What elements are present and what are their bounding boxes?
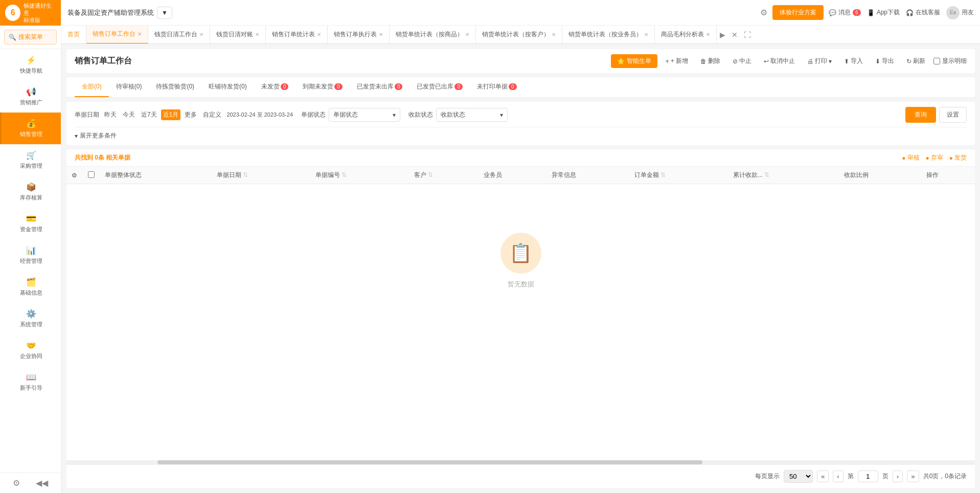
user-menu-button[interactable]: Ea 用友	[946, 6, 974, 19]
system-dropdown-button[interactable]: ▼	[157, 7, 172, 19]
ship-action-button[interactable]: ● 发货	[949, 153, 967, 162]
topbar-gear-button[interactable]: ⚙	[760, 8, 767, 17]
sidebar-item-guide[interactable]: 📖 新手引导	[0, 366, 61, 398]
select-all-checkbox[interactable]	[88, 171, 95, 178]
status-select[interactable]: 单据状态 ▾	[329, 108, 400, 122]
tab-sales-workbench[interactable]: 销售订单工作台 ✕	[86, 26, 148, 44]
refresh-button[interactable]: ↻ 刷新	[902, 55, 929, 68]
date-opt-more[interactable]: 更多	[183, 109, 199, 120]
tab-close-cash-reconcile[interactable]: ✕	[255, 32, 259, 37]
message-button[interactable]: 💬 消息 6	[829, 8, 861, 17]
sub-tab-unshipped[interactable]: 未发货0	[254, 77, 296, 97]
data-table: ⚙ 单据整体状态 单据日期 ⇅	[66, 167, 975, 184]
collapse-button[interactable]: ◀◀	[36, 478, 48, 488]
search-menu-button[interactable]: 🔍 搜索菜单	[4, 30, 57, 44]
horizontal-scrollbar[interactable]	[66, 460, 975, 464]
print-button[interactable]: 🖨 打印 ▾	[803, 55, 836, 68]
sidebar-item-marketing[interactable]: 📢 营销推广	[0, 81, 61, 113]
sidebar-item-system[interactable]: ⚙️ 系统管理	[0, 303, 61, 334]
stop-button[interactable]: ⊘ 中止	[728, 55, 756, 68]
tab-sales-sum-customer[interactable]: 销货单统计表（按客户） ✕	[476, 26, 562, 44]
print-dropdown-icon: ▾	[829, 58, 832, 65]
sub-tab-unprinted[interactable]: 未打印单据0	[470, 77, 524, 97]
date-opt-yesterday[interactable]: 昨天	[102, 109, 119, 120]
config-icon[interactable]: ⚙	[72, 172, 77, 179]
smart-generate-button[interactable]: ⭐ 智能生单	[611, 54, 657, 68]
sidebar-item-finance[interactable]: 💳 资金管理	[0, 208, 61, 239]
tab-close-sales-sum-product[interactable]: ✕	[465, 32, 469, 37]
cumulative-sort-icon[interactable]: ⇅	[764, 171, 769, 178]
tab-close-sales-exec[interactable]: ✕	[379, 32, 383, 37]
scrollbar-thumb[interactable]	[157, 460, 702, 464]
last-page-button[interactable]: »	[907, 470, 919, 482]
set-button[interactable]: 设置	[939, 107, 967, 123]
tab-home[interactable]: 首页	[61, 26, 86, 44]
export-button[interactable]: ⬇ 导出	[871, 55, 898, 68]
tab-close-sales-sum-customer[interactable]: ✕	[552, 32, 556, 37]
tab-close-cash-daily[interactable]: ✕	[199, 32, 203, 37]
new-button[interactable]: + + 新增	[662, 55, 692, 68]
review-action-button[interactable]: ● 审核	[902, 153, 919, 162]
app-download-button[interactable]: 📱 App下载	[867, 8, 900, 17]
delete-button[interactable]: 🗑 删除	[696, 55, 724, 68]
tab-close-sales-stat[interactable]: ✕	[317, 32, 321, 37]
tab-close-product-margin[interactable]: ✕	[706, 32, 710, 37]
page-size-select[interactable]: 20 50 100	[784, 470, 813, 483]
tabs-close-all-button[interactable]: ✕	[728, 26, 741, 44]
tabs-maximize-button[interactable]: ⛶	[741, 26, 754, 44]
settings-bottom-button[interactable]: ⚙	[13, 478, 20, 488]
date-opt-7days[interactable]: 近7天	[139, 109, 159, 120]
payment-select[interactable]: 收款状态 ▾	[436, 108, 508, 122]
chevron-down-icon: ▾	[75, 132, 78, 140]
tab-cash-daily[interactable]: 钱货日清工作台 ✕	[148, 26, 210, 44]
sidebar-item-operations[interactable]: 📊 经营管理	[0, 239, 61, 271]
tab-close-sales-sum-staff[interactable]: ✕	[644, 32, 648, 37]
tab-sales-sum-product[interactable]: 销货单统计表（按商品） ✕	[390, 26, 476, 44]
status-dropdown-icon: ▾	[393, 111, 396, 119]
show-detail-checkbox[interactable]	[933, 58, 940, 64]
sidebar-item-purchase[interactable]: 🛒 采购管理	[0, 144, 61, 176]
first-page-button[interactable]: «	[817, 470, 829, 482]
sub-tab-pending-inspection[interactable]: 待拣货验货(0)	[149, 77, 201, 97]
amount-sort-icon[interactable]: ⇅	[660, 171, 666, 178]
online-service-button[interactable]: 🎧 在线客服	[906, 8, 940, 17]
tab-product-margin[interactable]: 商品毛利分析表 ✕	[655, 26, 717, 44]
sub-tab-overdue-unshipped[interactable]: 到期未发货0	[295, 77, 350, 97]
sub-tab-wangpu[interactable]: 旺铺待发货(0)	[201, 77, 254, 97]
page-number-input[interactable]	[858, 470, 878, 482]
sub-tab-pending-review[interactable]: 待审核(0)	[109, 77, 149, 97]
sub-tab-shipped-out[interactable]: 已发货已出库0	[409, 77, 470, 97]
prev-page-button[interactable]: ‹	[833, 470, 843, 482]
sub-tab-all[interactable]: 全部(0)	[75, 77, 109, 97]
date-opt-today[interactable]: 今天	[121, 109, 137, 120]
tab-close-sales-workbench[interactable]: ✕	[138, 31, 142, 37]
query-button[interactable]: 查询	[905, 107, 936, 123]
topbar: 装备及固定资产辅助管理系统 ▼ ⚙ 体验行业方案 💬 消息 6 📱 App下载 …	[61, 0, 980, 26]
cancel-stop-button[interactable]: ↩ 取消中止	[760, 55, 799, 68]
tab-sales-stat[interactable]: 销售订单统计表 ✕	[266, 26, 328, 44]
number-sort-icon[interactable]: ⇅	[341, 171, 347, 178]
sidebar-item-quick-nav[interactable]: ⚡ 快捷导航	[0, 49, 61, 81]
date-opt-1month[interactable]: 近1月	[161, 109, 181, 120]
next-page-button[interactable]: ›	[893, 470, 903, 482]
sub-tab-shipped-not-out[interactable]: 已发货未出库0	[350, 77, 410, 97]
sidebar-item-basic[interactable]: 🗂️ 基础信息	[0, 271, 61, 303]
sidebar-item-inventory[interactable]: 📦 库存核算	[0, 176, 61, 208]
industry-solution-button[interactable]: 体验行业方案	[772, 5, 824, 20]
tab-sales-exec[interactable]: 销售订单执行表 ✕	[328, 26, 390, 44]
tab-cash-reconcile[interactable]: 钱货日清对账 ✕	[210, 26, 266, 44]
cancel-review-action-button[interactable]: ● 弃审	[926, 153, 943, 162]
tabs-scroll-right-button[interactable]: ▶	[717, 26, 728, 44]
customer-sort-icon[interactable]: ⇅	[428, 171, 433, 178]
import-button[interactable]: ⬆ 导入	[840, 55, 867, 68]
expand-more-conditions[interactable]: ▾ 展开更多条件	[75, 127, 967, 140]
sidebar-item-enterprise[interactable]: 🤝 企业协同	[0, 334, 61, 366]
sidebar-item-sales[interactable]: 💰 销售管理	[0, 113, 61, 144]
table-area: 共找到 0条 相关单据 ● 审核 ● 弃审 ● 发货	[66, 149, 975, 488]
show-detail-label[interactable]: 显示明细	[933, 57, 967, 65]
tab-sales-sum-staff[interactable]: 销货单统计表（按业务员） ✕	[562, 26, 655, 44]
col-checkbox	[83, 167, 100, 184]
result-count: 共找到 0条 相关单据	[75, 153, 130, 162]
date-sort-icon[interactable]: ⇅	[243, 171, 248, 178]
date-opt-custom[interactable]: 自定义	[201, 109, 223, 120]
